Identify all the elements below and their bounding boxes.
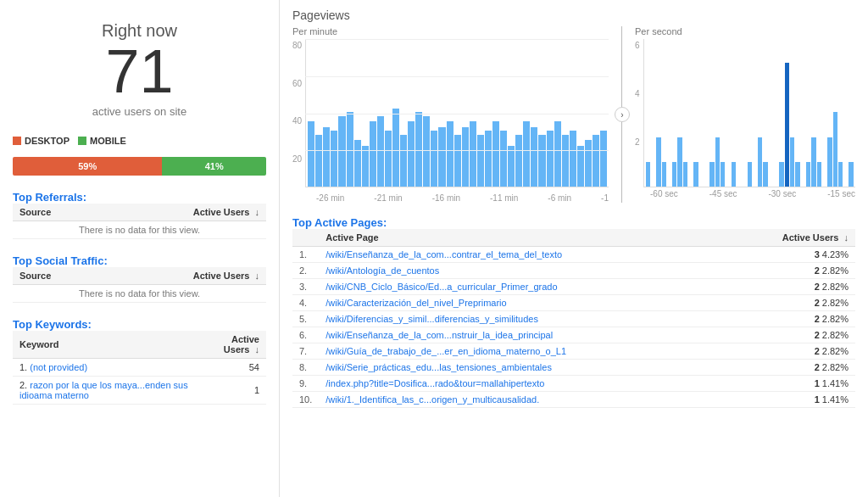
chart-bar: [547, 131, 554, 187]
chart-bar: [370, 121, 376, 187]
x-label-21: -21 min: [374, 193, 402, 203]
top-keywords-section: Top Keywords: Keyword Active Users ↓ 1. …: [13, 311, 266, 405]
chart-bar: [827, 137, 832, 187]
page-num: 7.: [292, 343, 319, 360]
page-users: 1 1.41%: [754, 392, 855, 408]
chart-bar: [431, 131, 437, 187]
referrals-users-col: Active Users ↓: [104, 204, 266, 221]
chart-bar: [354, 140, 361, 187]
chart-bar: [709, 162, 714, 187]
page-num: 5.: [292, 311, 319, 327]
chart-bar: [577, 146, 584, 187]
page-link[interactable]: /index.php?title=Dosifica...rado&tour=ma…: [326, 378, 544, 388]
chart-bar: [362, 146, 369, 187]
page-num: 4.: [292, 295, 319, 311]
page-link[interactable]: /wiki/Antología_de_cuentos: [326, 265, 439, 276]
device-bar: 59% 41%: [13, 157, 266, 176]
keyword-num: 1. (not provided): [13, 359, 200, 377]
page-num: 1.: [292, 247, 319, 263]
chart-bar: [763, 162, 767, 187]
chart-bar: [415, 112, 422, 187]
chart-bar: [570, 131, 576, 187]
chart-bar: [447, 121, 453, 187]
page-link[interactable]: /wiki/1._Identifica_las_c...origen_y_mul…: [326, 394, 539, 405]
page-link-cell: /wiki/Diferencias_y_simil...diferencias_…: [319, 311, 754, 327]
left-x-axis: -26 min -21 min -16 min -11 min -6 min -…: [316, 193, 609, 203]
chart-bar: [817, 162, 821, 187]
keyword-link[interactable]: (not provided): [30, 362, 87, 372]
keyword-row: 2. razon por la que los maya...enden sus…: [13, 377, 266, 405]
page-row: 7. /wiki/Guía_de_trabajo_de_...er_en_idi…: [292, 343, 855, 360]
social-no-data: There is no data for this view.: [13, 285, 266, 303]
pages-num-col: [292, 229, 319, 247]
social-no-data-row: There is no data for this view.: [13, 285, 266, 303]
top-social-title: Top Social Traffic:: [13, 254, 266, 267]
chart-bar: [554, 121, 561, 187]
page-link[interactable]: /wiki/Enseñanza_de_la_com...contrar_el_t…: [326, 249, 562, 260]
chart-bar: [748, 162, 752, 187]
y-label-60: 60: [292, 79, 302, 88]
social-table: Source Active Users ↓ There is no data f…: [13, 267, 266, 303]
chart-bar: [833, 112, 837, 187]
page-row: 3. /wiki/CNB_Ciclo_Básico/Ed...a_curricu…: [292, 279, 855, 295]
chart-bar: [811, 137, 815, 187]
page-link[interactable]: /wiki/CNB_Ciclo_Básico/Ed...a_curricular…: [326, 282, 557, 292]
device-legend: DESKTOP MOBILE: [13, 136, 266, 146]
keyword-link[interactable]: razon por la que los maya...enden sus id…: [19, 380, 188, 400]
chart-bar: [492, 121, 499, 187]
chart-bar: [462, 127, 469, 187]
top-active-pages-title: Top Active Pages:: [292, 216, 855, 229]
chart-bar: [423, 116, 430, 187]
page-users: 3 4.23%: [754, 247, 855, 263]
desktop-dot: [13, 137, 21, 145]
chart-bar: [400, 135, 407, 187]
top-referrals-section: Top Referrals: Source Active Users ↓ The…: [13, 184, 266, 239]
chart-bar: [538, 135, 545, 187]
top-keywords-title: Top Keywords:: [13, 318, 266, 331]
page-num: 2.: [292, 263, 319, 279]
page-link[interactable]: /wiki/Guía_de_trabajo_de_...er_en_idioma…: [326, 346, 566, 356]
page-link[interactable]: /wiki/Diferencias_y_simil...diferencias_…: [326, 314, 538, 324]
active-pages-table: Active Page Active Users ↓ 1. /wiki/Ense…: [292, 229, 855, 408]
page-link[interactable]: /wiki/Serie_prácticas_edu...las_tensione…: [326, 362, 552, 372]
left-panel: Right now 71 active users on site DESKTO…: [0, 0, 280, 497]
x-label-15s: -15 sec: [827, 189, 855, 198]
chart-bar: [485, 131, 492, 187]
page-users: 2 2.82%: [754, 360, 855, 376]
page-users: 2 2.82%: [754, 343, 855, 360]
chart-bar: [795, 162, 799, 187]
chart-bar: [338, 116, 345, 187]
page-link-cell: /wiki/Enseñanza_de_la_com...contrar_el_t…: [319, 247, 754, 263]
chart-bar: [732, 162, 736, 187]
page-link[interactable]: /wiki/Caracterización_del_nivel_Preprima…: [326, 298, 506, 308]
chart-arrow-button[interactable]: ›: [615, 107, 630, 122]
page-users: 2 2.82%: [754, 327, 855, 343]
chart-bar: [515, 135, 522, 187]
page-row: 5. /wiki/Diferencias_y_simil...diferenci…: [292, 311, 855, 327]
chart-bar: [470, 121, 476, 187]
chart-bar: [646, 162, 650, 187]
pages-sort-icon: ↓: [844, 232, 849, 243]
per-second-chart: Per second 6 4 2 -60 sec: [622, 26, 855, 203]
desktop-bar: 59%: [13, 157, 162, 176]
chart-bar: [308, 121, 314, 187]
per-minute-chart: Per minute 80 60 40 20: [292, 26, 622, 203]
chart-bar: [347, 112, 353, 187]
page-link-cell: /wiki/Antología_de_cuentos: [319, 263, 754, 279]
page-users: 2 2.82%: [754, 263, 855, 279]
mobile-legend-label: MOBILE: [90, 136, 126, 146]
chart-bar: [662, 162, 666, 187]
keyword-users-col: Active Users ↓: [200, 331, 266, 359]
page-link[interactable]: /wiki/Enseñanza_de_la_com...nstruir_la_i…: [326, 330, 553, 340]
right-now-section: Right now 71 active users on site: [13, 13, 266, 122]
page-link-cell: /wiki/CNB_Ciclo_Básico/Ed...a_curricular…: [319, 279, 754, 295]
keyword-sort-icon: ↓: [255, 344, 260, 355]
social-source-col: Source: [13, 267, 104, 285]
keyword-col-header: Keyword: [13, 331, 200, 359]
chart-bar: [438, 127, 445, 187]
page-row: 1. /wiki/Enseñanza_de_la_com...contrar_e…: [292, 247, 855, 263]
pages-users-col: Active Users ↓: [754, 229, 855, 247]
chart-bar: [500, 131, 507, 187]
chart-bar: [377, 116, 384, 187]
chart-bar: [715, 137, 720, 187]
